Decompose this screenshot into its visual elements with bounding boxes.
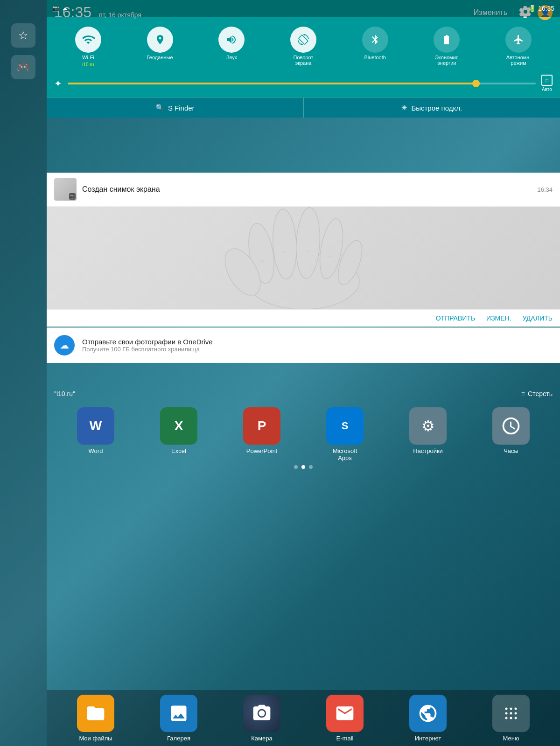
sidebar: ☆ 🎮 — [0, 0, 47, 746]
powerpoint-icon: P — [243, 407, 280, 445]
search-row: 🔍 S Finder ✳ Быстрое подкл. — [47, 98, 560, 118]
app-excel[interactable]: X Excel — [153, 407, 204, 461]
word-icon: W — [77, 407, 114, 445]
app-msapps[interactable]: S MicrosoftApps — [319, 407, 371, 461]
page-dot-2 — [301, 465, 305, 469]
menu-svg — [502, 704, 520, 723]
settings-label: Настройки — [413, 447, 443, 454]
screenshot-delete-button[interactable]: УДАЛИТЬ — [523, 314, 553, 322]
svg-point-10 — [515, 707, 517, 710]
toggle-airplane[interactable]: Автономн.режим — [505, 27, 532, 67]
sfinder-label: S Finder — [168, 104, 195, 112]
status-bar: 📷 ☁ 🔋 16:35 — [47, 0, 560, 17]
status-time-right: 16:35 — [538, 5, 554, 12]
clock-icon — [492, 407, 530, 445]
toggle-bluetooth[interactable]: Bluetooth — [362, 27, 388, 67]
files-label: Мои файлы — [79, 735, 112, 742]
onedrive-content: Отправьте свои фотографии в OneDrive Пол… — [82, 338, 213, 353]
toggle-airplane-label: Автономн.режим — [506, 55, 531, 66]
quick-connect-button[interactable]: ✳ Быстрое подкл. — [304, 98, 560, 118]
svg-point-11 — [505, 712, 508, 714]
sound-icon — [226, 34, 237, 45]
toggle-airplane-circle — [505, 27, 532, 53]
toggle-geodata[interactable]: Геоданные — [147, 27, 173, 67]
internet-icon — [409, 695, 447, 732]
onedrive-title: Отправьте свои фотографии в OneDrive — [82, 338, 213, 346]
email-svg — [335, 703, 355, 724]
files-icon — [77, 695, 114, 732]
toggle-bluetooth-label: Bluetooth — [364, 55, 385, 60]
rotate-icon — [298, 34, 309, 45]
battery-icon — [441, 34, 452, 45]
email-icon — [326, 695, 364, 732]
dock-gallery[interactable]: Галерея — [153, 695, 204, 742]
dock: Мои файлы Галерея Камера E-mail — [47, 690, 560, 746]
bluetooth-icon — [370, 34, 381, 45]
notifications-area: 📷 Создан снимок экрана 16:34 — [47, 173, 560, 363]
toggle-powersave-circle — [434, 27, 460, 53]
svg-point-13 — [515, 712, 517, 714]
svg-point-9 — [510, 707, 512, 710]
email-label: E-mail — [336, 735, 354, 742]
gallery-icon — [160, 695, 197, 732]
settings-icon: ⚙ — [409, 407, 447, 445]
quick-connect-icon: ✳ — [401, 104, 407, 112]
dock-camera[interactable]: Камера — [236, 695, 287, 742]
dock-email[interactable]: E-mail — [319, 695, 371, 742]
camera-svg — [252, 703, 272, 724]
internet-label: Интернет — [415, 735, 441, 742]
status-battery-icon: 🔋 — [528, 5, 536, 12]
toggle-wifi-label: Wi-Fi — [82, 55, 94, 60]
toggle-wifi[interactable]: Wi-Fi i10.ru — [75, 27, 101, 67]
files-svg — [85, 703, 106, 724]
toggle-rotate-label: Поворотэкрана — [294, 55, 314, 66]
camera-icon — [243, 695, 280, 732]
sidebar-favorites-icon[interactable]: ☆ — [11, 23, 35, 48]
brightness-row: ✦ □ Авто — [47, 73, 560, 98]
notification-label-bar: "i10.ru" ≡ Стереть — [47, 387, 560, 400]
sidebar-games-icon[interactable]: 🎮 — [11, 55, 35, 79]
dock-internet[interactable]: Интернет — [402, 695, 454, 742]
app-word[interactable]: W Word — [70, 407, 121, 461]
clock-svg — [501, 416, 521, 436]
toggle-powersave[interactable]: Экономияэнергии — [434, 27, 460, 67]
sfinder-button[interactable]: 🔍 S Finder — [47, 98, 304, 118]
svg-point-7 — [259, 710, 265, 716]
screenshot-notification-time: 16:34 — [537, 186, 553, 193]
screenshot-edit-button[interactable]: ИЗМЕН. — [486, 314, 511, 322]
quick-connect-label: Быстрое подкл. — [411, 104, 462, 112]
screenshot-notification-title: Создан снимок экрана — [82, 185, 532, 194]
brightness-slider[interactable] — [68, 83, 536, 84]
onedrive-notification-card[interactable]: ☁ Отправьте свои фотографии в OneDrive П… — [47, 328, 560, 363]
toggle-powersave-label: Экономияэнергии — [435, 55, 459, 66]
screenshot-preview-area — [47, 207, 560, 309]
screenshot-thumb-badge: 📷 — [69, 193, 76, 200]
wifi-icon — [82, 33, 95, 46]
toggle-rotate-circle — [290, 27, 316, 53]
toggle-sound[interactable]: Звук — [218, 27, 245, 67]
app-settings[interactable]: ⚙ Настройки — [402, 407, 454, 461]
dock-menu[interactable]: Меню — [485, 695, 537, 742]
screenshot-send-button[interactable]: ОТПРАВИТЬ — [436, 314, 475, 322]
clear-notifications-button[interactable]: ≡ Стереть — [521, 390, 553, 397]
app-powerpoint[interactable]: P PowerPoint — [236, 407, 287, 461]
toggle-rotate[interactable]: Поворотэкрана — [290, 27, 316, 67]
notification-panel: 16:35 пт, 16 октября Изменить 👤 Wi-Fi i1… — [47, 0, 560, 118]
status-screenshot-icon: 📷 — [52, 5, 59, 12]
page-dot-3 — [309, 465, 313, 469]
dock-files[interactable]: Мои файлы — [70, 695, 121, 742]
clock-label: Часы — [504, 447, 518, 454]
brightness-auto[interactable]: □ Авто — [541, 75, 553, 92]
screenshot-preview-svg — [47, 207, 560, 309]
svg-point-8 — [505, 707, 508, 710]
clear-label: Стереть — [528, 390, 553, 397]
brightness-fill — [68, 83, 480, 84]
screenshot-thumbnail: 📷 — [54, 178, 77, 201]
toggle-wifi-circle — [75, 27, 101, 53]
app-row-1: W Word X Excel P PowerPoint S MicrosoftA… — [54, 407, 553, 461]
status-bar-left: 📷 ☁ — [52, 5, 68, 12]
page-dot-1 — [294, 465, 298, 469]
app-clock[interactable]: Часы — [485, 407, 537, 461]
screenshot-notification-header: 📷 Создан снимок экрана 16:34 — [47, 173, 560, 207]
menu-label: Меню — [503, 735, 519, 742]
